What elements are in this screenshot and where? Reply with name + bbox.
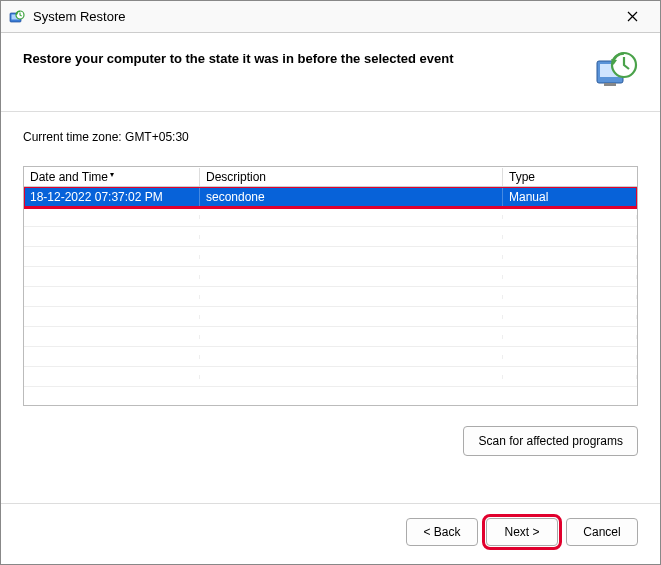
footer: < Back Next > Cancel <box>1 503 660 564</box>
content-area: Current time zone: GMT+05:30 Date and Ti… <box>1 112 660 503</box>
table-body: 18-12-2022 07:37:02 PM secondone Manual <box>24 187 637 405</box>
svg-rect-5 <box>604 83 616 86</box>
system-restore-icon <box>9 9 25 25</box>
table-row-empty <box>24 287 637 307</box>
restore-large-icon <box>594 49 638 93</box>
system-restore-window: System Restore Restore your computer to … <box>0 0 661 565</box>
table-row-empty <box>24 307 637 327</box>
table-row[interactable]: 18-12-2022 07:37:02 PM secondone Manual <box>24 187 637 207</box>
table-row-empty <box>24 327 637 347</box>
cell-datetime: 18-12-2022 07:37:02 PM <box>24 188 200 206</box>
table-row-empty <box>24 267 637 287</box>
cell-type: Manual <box>503 188 637 206</box>
header: Restore your computer to the state it wa… <box>1 33 660 112</box>
column-header-description[interactable]: Description <box>200 168 503 186</box>
table-row-empty <box>24 227 637 247</box>
restore-points-table: Date and Time▾ Description Type 18-12-20… <box>23 166 638 406</box>
table-row-empty <box>24 367 637 387</box>
cell-description: secondone <box>200 188 503 206</box>
scan-affected-programs-button[interactable]: Scan for affected programs <box>463 426 638 456</box>
window-title: System Restore <box>33 9 612 24</box>
column-header-datetime[interactable]: Date and Time▾ <box>24 168 200 186</box>
timezone-label: Current time zone: GMT+05:30 <box>23 130 638 144</box>
table-row-empty <box>24 247 637 267</box>
column-header-label: Description <box>206 170 266 184</box>
cancel-button[interactable]: Cancel <box>566 518 638 546</box>
column-header-label: Type <box>509 170 535 184</box>
table-row-empty <box>24 207 637 227</box>
sort-caret-icon: ▾ <box>110 170 114 179</box>
next-button[interactable]: Next > <box>486 518 558 546</box>
column-header-type[interactable]: Type <box>503 168 637 186</box>
titlebar: System Restore <box>1 1 660 33</box>
table-header-row: Date and Time▾ Description Type <box>24 167 637 187</box>
table-row-empty <box>24 347 637 367</box>
column-header-label: Date and Time <box>30 170 108 184</box>
close-button[interactable] <box>612 3 652 31</box>
back-button[interactable]: < Back <box>406 518 478 546</box>
scan-row: Scan for affected programs <box>23 426 638 456</box>
page-heading: Restore your computer to the state it wa… <box>23 49 584 66</box>
